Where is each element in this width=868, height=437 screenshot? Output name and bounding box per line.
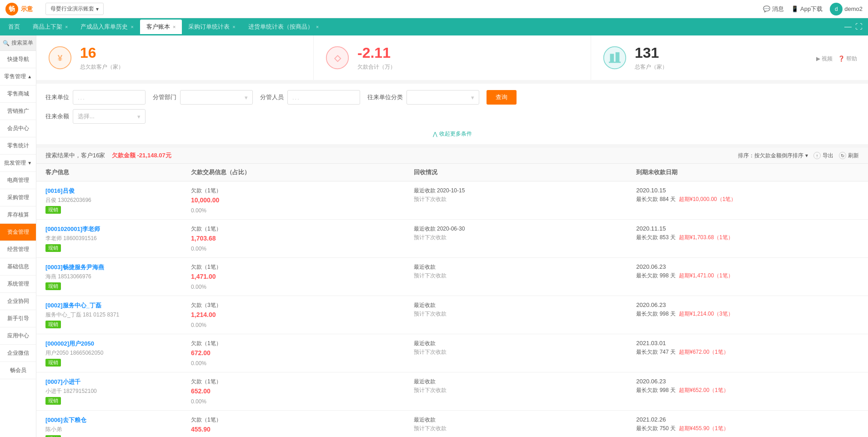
sidebar-item-member[interactable]: 畅会员 (0, 362, 36, 379)
debt-amount-0: 10,000.00 (191, 196, 414, 204)
overdue-link-0[interactable]: 超期¥10,000.00（1笔） (679, 196, 737, 202)
filter-label-from-unit: 往来单位 (45, 93, 69, 101)
close-icon[interactable]: × (130, 24, 133, 30)
customer-tag-5: 现销 (45, 397, 61, 405)
sidebar-item-system-mgmt[interactable]: 系统管理 (0, 276, 36, 293)
due-date-1: 2020.11.15 (636, 225, 859, 232)
sidebar-item-inventory[interactable]: 库存核算 (0, 206, 36, 224)
stat-value-amount: -2.11 (357, 45, 396, 61)
dept-select[interactable]: ▾ (180, 90, 253, 105)
sidebar-item-wholesale-mgmt[interactable]: 批发管理 ▼ (0, 155, 36, 172)
customer-name-1[interactable]: [0001020001]李老师 (45, 225, 191, 233)
sidebar-item-basic-info[interactable]: 基础信息 (0, 258, 36, 276)
overdue-days-1: 最长欠款 853 天 (636, 234, 676, 241)
close-icon[interactable]: × (316, 24, 319, 30)
overdue-link-2[interactable]: 超期¥1,471.00（1笔） (679, 272, 733, 279)
building-icon (602, 45, 627, 70)
sidebar-item-newbie-guide[interactable]: 新手引导 (0, 310, 36, 327)
debt-count-3: 欠款（3笔） (191, 301, 414, 309)
person-input[interactable]: ... (287, 90, 360, 105)
overdue-link-5[interactable]: 超期¥652.00（1笔） (679, 387, 729, 393)
tab-purchase-order[interactable]: 采购订单统计表 × (182, 20, 241, 34)
customer-tag-6: 现销 (45, 435, 61, 437)
sidebar-item-marketing[interactable]: 营销推广 (0, 103, 36, 120)
sort-select[interactable]: 排序：按欠款金额倒序排序 ▾ (738, 152, 808, 160)
sidebar-item-enterprise-wechat[interactable]: 企业微信 (0, 345, 36, 362)
tab-produce[interactable]: 产成品入库单历史 × (74, 20, 140, 34)
svg-point-4 (604, 47, 626, 69)
customer-name-3[interactable]: [0002]服务中心_丁磊 (45, 301, 191, 310)
sidebar-item-retail-stats[interactable]: 零售统计 (0, 137, 36, 155)
customer-name-5[interactable]: [0007]小进千 (45, 378, 191, 386)
debt-info-4: 欠款（1笔） 672.00 0.00% (191, 340, 414, 367)
balance-select[interactable]: 选择... ▾ (73, 109, 146, 124)
refresh-btn[interactable]: ↻ 刷新 (839, 152, 859, 160)
customer-info-6: [0006]去下粮仓 陈小弟 现销 (45, 416, 191, 437)
sidebar-item-ecommerce[interactable]: 电商管理 (0, 172, 36, 189)
sidebar-item-retail-mgmt[interactable]: 零售管理 ▲ (0, 68, 36, 85)
sidebar-item-purchase-mgmt[interactable]: 采购管理 (0, 189, 36, 206)
username-label: demo2 (844, 5, 863, 12)
help-btn[interactable]: ❓ 帮助 (838, 55, 857, 63)
stat-help-area: ▶ 视频 ❓ 帮助 (816, 53, 857, 63)
company-select[interactable]: 母婴行业演示账套 ▾ (45, 3, 104, 15)
last-collection-2: 最近收款 (414, 263, 637, 271)
chevron-down-icon: ▾ (137, 113, 140, 120)
close-icon[interactable]: × (232, 24, 235, 30)
tab-purchase-stats[interactable]: 进货单统计表（按商品） × (242, 20, 325, 34)
customer-name-4[interactable]: [000002]用户2050 (45, 340, 191, 348)
close-icon[interactable]: × (173, 24, 176, 30)
message-btn[interactable]: 💬 消息 (763, 5, 784, 13)
debt-ratio-4: 0.00% (191, 360, 414, 367)
next-collection-5: 预计下次收款 (414, 387, 637, 394)
due-date-4: 2021.03.01 (636, 340, 859, 347)
close-icon[interactable]: × (65, 24, 68, 30)
balance-select-value: 选择... (78, 112, 95, 121)
sidebar-item-retail-mall[interactable]: 零售商城 (0, 85, 36, 103)
debt-count-4: 欠款（1笔） (191, 340, 414, 347)
tab-customer-account[interactable]: 客户账本 × (140, 20, 182, 34)
debt-info-6: 欠款（1笔） 455.90 0.00% (191, 416, 414, 437)
overdue-link-6[interactable]: 超期¥455.90（1笔） (679, 425, 729, 432)
app-download-btn[interactable]: 📱 App下载 (791, 5, 823, 13)
svg-rect-6 (616, 52, 620, 63)
customer-name-0[interactable]: [0016]吕俊 (45, 187, 191, 195)
debt-ratio-5: 0.00% (191, 398, 414, 405)
minimize-icon[interactable]: — (844, 23, 852, 31)
export-btn[interactable]: ↑ 导出 (813, 152, 833, 160)
customer-tag-3: 现销 (45, 321, 61, 328)
overdue-link-1[interactable]: 超期¥1,703.68（1笔） (679, 234, 733, 241)
debt-ratio-3: 0.00% (191, 322, 414, 328)
tab-label: 采购订单统计表 (188, 23, 230, 31)
customer-name-2[interactable]: [0003]畅捷服务尹海燕 (45, 263, 191, 271)
last-collection-1: 最近收款 2020-06-30 (414, 225, 637, 233)
overdue-link-3[interactable]: 超期¥1,214.00（3笔） (679, 311, 733, 317)
chevron-down-icon: ▾ (471, 94, 474, 101)
stat-card-amount: ◇ -2.11 欠款合计（万） (314, 35, 591, 80)
unit-class-select[interactable]: ▾ (406, 90, 479, 105)
collapse-btn[interactable]: ⋀ 收起更多条件 (433, 130, 472, 138)
user-avatar[interactable]: d demo2 (830, 3, 863, 15)
overdue-link-4[interactable]: 超期¥672.00（1笔） (679, 349, 729, 355)
tab-goods[interactable]: 商品上下架 × (26, 20, 74, 34)
sidebar-item-member-center[interactable]: 会员中心 (0, 120, 36, 137)
money-icon: ¥ (47, 45, 73, 70)
from-unit-input[interactable]: ... (73, 90, 146, 105)
sidebar-item-enterprise-collab[interactable]: 企业协同 (0, 293, 36, 310)
filter-label-dept: 分管部门 (153, 93, 176, 101)
message-label: 消息 (772, 5, 784, 13)
customer-name-6[interactable]: [0006]去下粮仓 (45, 416, 191, 424)
due-date-5: 2020.06.23 (636, 378, 859, 385)
search-button[interactable]: 查询 (487, 90, 517, 105)
sidebar-item-finance[interactable]: 资金管理 (0, 224, 36, 241)
col-header-due-date: 到期未收款日期 (636, 168, 859, 176)
sidebar-item-quick-nav[interactable]: 快捷导航 (0, 51, 36, 68)
tab-homepage[interactable]: 首页 (2, 20, 26, 34)
search-menu-btn[interactable]: 🔍 搜索菜单 (0, 35, 36, 51)
stat-value-total: 131 (635, 45, 667, 61)
debt-icon: ◇ (325, 45, 350, 70)
sidebar-item-app-center[interactable]: 应用中心 (0, 327, 36, 345)
maximize-icon[interactable]: ⛶ (855, 23, 863, 31)
video-help-btn[interactable]: ▶ 视频 (816, 55, 833, 63)
sidebar-item-operations[interactable]: 经营管理 (0, 241, 36, 258)
